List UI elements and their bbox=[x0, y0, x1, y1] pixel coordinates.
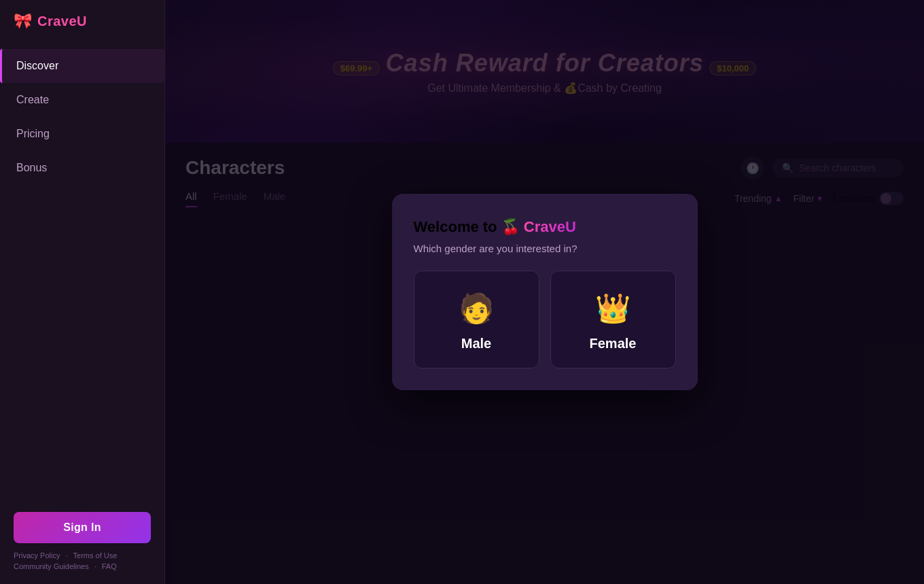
modal-title-text: Welcome to 🍒 bbox=[414, 218, 524, 235]
male-label: Male bbox=[461, 336, 491, 351]
male-emoji: 🧑 bbox=[459, 292, 494, 325]
footer-links: Privacy Policy · Terms of Use Community … bbox=[14, 551, 151, 570]
sidebar-item-create[interactable]: Create bbox=[0, 83, 164, 117]
sidebar-item-bonus[interactable]: Bonus bbox=[0, 151, 164, 185]
main-content: $69.99+ Cash Reward for Creators $10,000… bbox=[165, 0, 924, 584]
female-label: Female bbox=[590, 336, 637, 351]
sidebar-nav: Discover Create Pricing Bonus bbox=[0, 49, 164, 498]
sidebar-item-discover[interactable]: Discover bbox=[0, 49, 164, 83]
modal-overlay[interactable]: Welcome to 🍒 CraveU Which gender are you… bbox=[165, 0, 924, 584]
sidebar-item-pricing[interactable]: Pricing bbox=[0, 117, 164, 151]
faq-link[interactable]: FAQ bbox=[102, 562, 117, 570]
gender-card-female[interactable]: 👑 Female bbox=[550, 271, 676, 368]
logo-text: CraveU bbox=[37, 14, 87, 29]
sign-in-button[interactable]: Sign In bbox=[14, 512, 151, 543]
welcome-modal: Welcome to 🍒 CraveU Which gender are you… bbox=[392, 194, 698, 390]
sidebar: 🎀 CraveU Discover Create Pricing Bonus S… bbox=[0, 0, 165, 584]
logo-icon: 🎀 bbox=[14, 12, 32, 30]
gender-options: 🧑 Male 👑 Female bbox=[414, 271, 676, 368]
gender-card-male[interactable]: 🧑 Male bbox=[414, 271, 539, 368]
modal-subtitle: Which gender are you interested in? bbox=[414, 243, 676, 254]
modal-brand-text: CraveU bbox=[524, 218, 576, 235]
privacy-policy-link[interactable]: Privacy Policy bbox=[14, 551, 60, 560]
community-guidelines-link[interactable]: Community Guidelines bbox=[14, 562, 89, 570]
female-emoji: 👑 bbox=[595, 292, 630, 325]
logo-area[interactable]: 🎀 CraveU bbox=[0, 0, 164, 42]
sidebar-bottom: Sign In Privacy Policy · Terms of Use Co… bbox=[0, 498, 164, 584]
terms-link[interactable]: Terms of Use bbox=[73, 551, 118, 560]
modal-title: Welcome to 🍒 CraveU bbox=[414, 218, 676, 236]
